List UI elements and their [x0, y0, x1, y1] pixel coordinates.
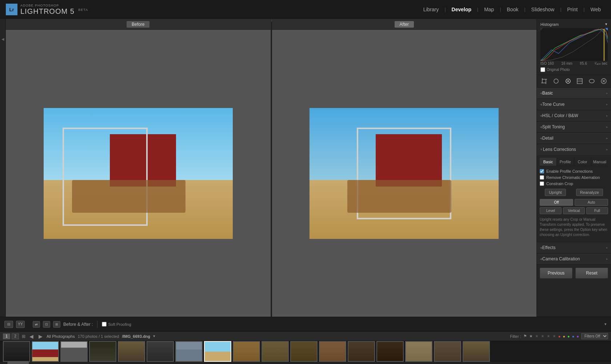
- reset-button[interactable]: Reset: [575, 268, 608, 279]
- before-photo-content[interactable]: [6, 30, 271, 317]
- original-photo-checkbox[interactable]: [540, 67, 545, 72]
- tool-crop[interactable]: [539, 77, 549, 85]
- thumb-9[interactable]: [233, 341, 260, 362]
- upright-button[interactable]: Upright: [545, 189, 566, 196]
- thumb-6[interactable]: [147, 341, 174, 362]
- filter-color-red[interactable]: ●: [558, 334, 561, 339]
- split-toning-expand-icon: ▸: [606, 125, 608, 129]
- basic-header[interactable]: ◀ Basic ▸: [537, 88, 611, 99]
- view-single-btn[interactable]: ⊟: [4, 321, 13, 328]
- grid-view-icon[interactable]: ⊞: [22, 334, 25, 339]
- thumb-7[interactable]: [175, 341, 203, 362]
- nav-develop[interactable]: Develop: [447, 5, 476, 14]
- hsl-title: HSL / Color / B&W: [542, 113, 578, 118]
- thumb-15[interactable]: [405, 341, 432, 362]
- thumb-2[interactable]: [32, 341, 59, 362]
- thumb-13[interactable]: [348, 341, 375, 362]
- filmstrip-next-arrow[interactable]: ▶: [37, 333, 44, 339]
- upright-level-btn[interactable]: Level: [540, 207, 562, 214]
- view-yy-btn[interactable]: YY: [16, 321, 25, 328]
- basic-section: ◀ Basic ▸: [537, 88, 611, 99]
- before-after-swap-btn[interactable]: ⇄: [33, 321, 40, 328]
- tool-red-eye[interactable]: [563, 77, 573, 85]
- upright-vertical-btn[interactable]: Vertical: [563, 207, 585, 214]
- filter-flag-icon[interactable]: ⚑: [523, 334, 527, 339]
- upright-lvf-row: Level Vertical Full: [540, 207, 608, 214]
- upright-full-btn[interactable]: Full: [586, 207, 608, 214]
- toolbar-dropdown-btn[interactable]: ▾: [604, 322, 607, 327]
- effects-title: Effects: [542, 245, 555, 250]
- constrain-crop-checkbox[interactable]: [540, 181, 544, 186]
- filmstrip-filename-dropdown[interactable]: ▾: [153, 334, 155, 339]
- nav-web[interactable]: Web: [586, 5, 605, 14]
- thumb-14[interactable]: [376, 341, 404, 362]
- tone-curve-header[interactable]: ◀ Tone Curve ▸: [537, 99, 611, 110]
- thumb-10[interactable]: [261, 341, 289, 362]
- split-toning-title: Split Toning: [542, 124, 565, 129]
- thumb-17[interactable]: [463, 341, 490, 362]
- tool-adjustment-brush[interactable]: [599, 77, 608, 85]
- thumb-16[interactable]: [434, 341, 461, 362]
- filmstrip-prev-arrow[interactable]: ◀: [28, 333, 35, 339]
- thumb-4[interactable]: [89, 341, 116, 362]
- lc-tab-manual[interactable]: Manual: [591, 158, 608, 166]
- remove-chromatic-checkbox[interactable]: [540, 175, 544, 180]
- filter-color-purple[interactable]: ●: [576, 334, 579, 339]
- filter-star-5[interactable]: ★: [552, 334, 556, 339]
- filter-star-4[interactable]: ★: [547, 334, 550, 339]
- photo-area: ▲ Before: [6, 19, 536, 317]
- nav-map[interactable]: Map: [480, 5, 498, 14]
- hist-iso: ISO 160: [540, 61, 554, 65]
- effects-header[interactable]: ◀ Effects ▸: [537, 242, 611, 253]
- filmstrip-source: All Photographs: [47, 334, 75, 339]
- svg-rect-3: [542, 79, 546, 83]
- filmstrip-scrollbar[interactable]: [0, 362, 611, 364]
- filter-color-green[interactable]: ●: [567, 334, 570, 339]
- detail-header[interactable]: ◀ Detail ▸: [537, 133, 611, 144]
- page-2-btn[interactable]: 2: [12, 333, 19, 339]
- page-1-btn[interactable]: 1: [3, 333, 10, 339]
- tool-graduated-filter[interactable]: [575, 77, 584, 85]
- tool-spot-removal[interactable]: [551, 77, 561, 85]
- split-toning-header[interactable]: ◀ Split Toning ▸: [537, 121, 611, 132]
- filter-star-3[interactable]: ★: [541, 334, 544, 339]
- upright-auto-btn[interactable]: Auto: [575, 199, 608, 206]
- reanalyze-button[interactable]: Reanalyze: [576, 189, 603, 196]
- upright-off-btn[interactable]: Off: [540, 199, 573, 206]
- nav-print[interactable]: Print: [563, 5, 582, 14]
- thumb-11[interactable]: [290, 341, 318, 362]
- cc-title: Camera Calibration: [542, 256, 580, 261]
- soft-proofing-row: Soft Proofing: [102, 322, 131, 327]
- before-after-copy-btn[interactable]: ⊡: [43, 321, 50, 328]
- thumb-8[interactable]: [204, 341, 231, 362]
- nav-book[interactable]: Book: [503, 5, 523, 14]
- previous-button[interactable]: Previous: [540, 268, 572, 279]
- lens-corrections-header[interactable]: ▼ Lens Corrections ▸: [537, 144, 611, 155]
- filter-star-1[interactable]: ★: [529, 334, 533, 339]
- detail-expand-icon: ▸: [606, 136, 608, 140]
- filmstrip-scroll-thumb[interactable]: [7, 362, 29, 364]
- thumb-3[interactable]: [60, 341, 88, 362]
- cc-header[interactable]: ◀ Camera Calibration ▸: [537, 253, 611, 264]
- thumb-12[interactable]: [319, 341, 346, 362]
- toolbar-separator: [97, 321, 97, 328]
- before-after-orient-btn[interactable]: ⊞: [53, 321, 60, 328]
- nav-library[interactable]: Library: [419, 5, 443, 14]
- thumb-5[interactable]: [118, 341, 145, 362]
- filter-color-blue[interactable]: ●: [572, 334, 575, 339]
- nav-slideshow[interactable]: Slideshow: [527, 5, 559, 14]
- enable-profile-checkbox[interactable]: [540, 169, 544, 173]
- filters-off-select[interactable]: Filters Off: [581, 333, 608, 339]
- filter-color-yellow[interactable]: ●: [563, 334, 565, 339]
- after-photo-content[interactable]: [272, 30, 537, 317]
- lc-tab-basic[interactable]: Basic: [540, 158, 557, 166]
- filter-star-2[interactable]: ★: [535, 334, 539, 339]
- hsl-header[interactable]: ◀ HSL / Color / B&W ▸: [537, 110, 611, 121]
- histogram-dropdown-icon[interactable]: ▾: [605, 22, 607, 27]
- tool-radial-filter[interactable]: [587, 77, 596, 85]
- thumb-1[interactable]: [3, 341, 30, 362]
- lc-tab-color[interactable]: Color: [574, 158, 591, 166]
- lc-tab-profile[interactable]: Profile: [557, 158, 574, 166]
- hist-info: ISO 160 16 mm f/5.6 ¹⁄₄₀₀ sec: [538, 61, 610, 66]
- soft-proofing-checkbox[interactable]: [102, 322, 107, 327]
